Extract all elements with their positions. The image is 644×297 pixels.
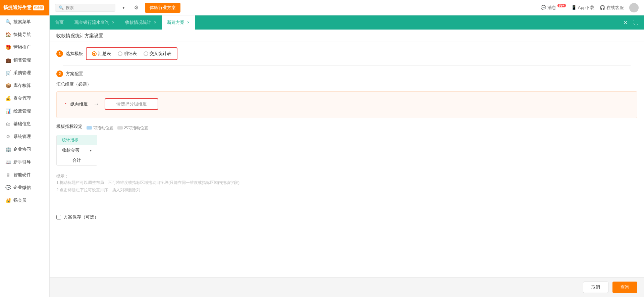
tabs-bar: 首页 现金银行流水查询 × 收款情况统计 × 新建方案 × ✕ ⛶ bbox=[50, 15, 644, 30]
sidebar-item-enterprise[interactable]: 🏢 企业协同 bbox=[0, 143, 49, 156]
notification-item[interactable]: 💬 消息 99+ bbox=[541, 5, 566, 11]
user-avatar[interactable] bbox=[629, 3, 639, 12]
service-icon: 🎧 bbox=[600, 5, 605, 10]
sidebar-item-label: 畅会员 bbox=[13, 197, 26, 203]
sidebar-item-finance[interactable]: 💰 资金管理 bbox=[0, 92, 49, 105]
chat-icon: 💬 bbox=[5, 185, 11, 190]
tab-collection-stats-close[interactable]: × bbox=[154, 20, 156, 25]
tab-bank-flow-label: 现金银行流水查询 bbox=[74, 19, 109, 26]
tab-new-plan-close[interactable]: × bbox=[187, 20, 190, 25]
settings-icon[interactable]: ⚙ bbox=[131, 3, 141, 12]
tab-collection-stats[interactable]: 收款情况统计 × bbox=[120, 15, 162, 30]
tab-collection-stats-label: 收款情况统计 bbox=[125, 19, 151, 26]
sidebar-item-sales[interactable]: 💼 销售管理 bbox=[0, 54, 49, 66]
cancel-button[interactable]: 取消 bbox=[583, 282, 608, 293]
sidebar-item-vip[interactable]: 👑 畅会员 bbox=[0, 194, 49, 207]
sidebar-item-search-menu[interactable]: 🔍 搜索菜单 bbox=[0, 15, 49, 28]
radio-detail[interactable]: 明细表 bbox=[118, 51, 137, 57]
gift-icon: 🎁 bbox=[5, 45, 11, 50]
monitor-icon: 🖥 bbox=[5, 172, 11, 178]
sidebar-item-hardware[interactable]: 🖥 智能硬件 bbox=[0, 168, 49, 181]
download-item[interactable]: 📱 App下载 bbox=[571, 5, 594, 11]
metrics-header: 统计指标 bbox=[57, 135, 97, 145]
page-header: 收款情况统计方案设置 bbox=[50, 30, 644, 42]
message-icon: 💬 bbox=[541, 5, 546, 10]
step2-header: 2 方案配置 bbox=[56, 70, 637, 77]
radio-cross-circle bbox=[144, 51, 148, 56]
sidebar-item-wechat[interactable]: 💬 企业微信 bbox=[0, 181, 49, 194]
dimension-select-btn[interactable]: 请选择分组维度 bbox=[105, 98, 158, 110]
sidebar-item-inventory[interactable]: 📦 库存核算 bbox=[0, 79, 49, 92]
search-input[interactable] bbox=[66, 5, 106, 10]
step1-num: 1 bbox=[56, 50, 63, 57]
sidebar-item-label: 新手引导 bbox=[13, 159, 31, 165]
download-label: App下载 bbox=[578, 5, 594, 11]
sidebar-item-label: 营销推广 bbox=[13, 44, 31, 50]
tab-new-plan-label: 新建方案 bbox=[167, 19, 184, 26]
search-box[interactable]: 🔍 bbox=[55, 4, 115, 12]
sidebar-item-label: 采购管理 bbox=[13, 70, 31, 76]
draggable-indicator bbox=[87, 126, 92, 130]
fullscreen-btn[interactable]: ⛶ bbox=[632, 18, 640, 27]
sidebar-item-operations[interactable]: 📊 经营管理 bbox=[0, 105, 49, 117]
tab-home-label: 首页 bbox=[55, 19, 64, 26]
gear-icon: ⚙ bbox=[5, 134, 11, 139]
cart-icon: 🛒 bbox=[5, 70, 11, 76]
tab-bank-flow[interactable]: 现金银行流水查询 × bbox=[69, 15, 120, 30]
dimension-subsection: 汇总维度（必选） * 纵向维度 → 请选择分组维度 bbox=[56, 81, 637, 118]
logo-badge: 标准版 bbox=[33, 5, 44, 10]
logo-text: 畅捷通好生意 bbox=[3, 5, 32, 11]
sidebar-item-label: 经营管理 bbox=[13, 108, 31, 114]
query-button[interactable]: 查询 bbox=[612, 282, 637, 293]
step1-section: 1 选择模板 汇总表 明细表 bbox=[56, 47, 637, 60]
sidebar-item-quick-nav[interactable]: 🏠 快捷导航 bbox=[0, 28, 49, 41]
sidebar-item-label: 搜索菜单 bbox=[13, 19, 31, 25]
tab-new-plan[interactable]: 新建方案 × bbox=[162, 15, 195, 30]
service-item[interactable]: 🎧 在线客服 bbox=[600, 5, 624, 11]
sidebar-item-system[interactable]: ⚙ 系统管理 bbox=[0, 130, 49, 143]
metrics-table: 统计指标 收款金额 ▾ 合计 bbox=[56, 135, 97, 166]
content-area: 收款情况统计方案设置 1 选择模板 汇 bbox=[50, 30, 644, 297]
radio-summary[interactable]: 汇总表 bbox=[92, 51, 111, 57]
sidebar-item-label: 智能硬件 bbox=[13, 172, 31, 178]
sidebar-item-label: 企业微信 bbox=[13, 185, 31, 191]
notification-badge: 99+ bbox=[557, 4, 566, 7]
sidebar-item-label: 系统管理 bbox=[13, 134, 31, 140]
metrics-cell-total: 合计 bbox=[57, 155, 97, 165]
sidebar-item-marketing[interactable]: 🎁 营销推广 bbox=[0, 41, 49, 54]
tips-area: 提示： 1.拖动标题栏可以调整布局，不可跨维度或指标区域拖动目字段(只能在同一维… bbox=[56, 174, 637, 199]
sidebar-item-basic-info[interactable]: 🗂 基础信息 bbox=[0, 117, 49, 130]
industry-btn[interactable]: 体验行业方案 bbox=[145, 3, 180, 13]
radio-cross[interactable]: 交叉统计表 bbox=[144, 51, 171, 57]
notification-label: 消息 bbox=[547, 5, 556, 11]
sidebar-item-guide[interactable]: 📖 新手引导 bbox=[0, 156, 49, 168]
tab-bank-flow-close[interactable]: × bbox=[112, 20, 114, 25]
box-icon: 📦 bbox=[5, 83, 11, 88]
tab-home[interactable]: 首页 bbox=[50, 15, 69, 30]
save-checkbox[interactable] bbox=[56, 215, 61, 219]
step2-section: 2 方案配置 汇总维度（必选） * 纵向维度 → 请选择分组维度 bbox=[56, 70, 637, 199]
topbar: 🔍 ▾ ⚙ 体验行业方案 💬 消息 99+ 📱 App下载 🎧 在线客服 bbox=[50, 0, 644, 15]
close-tab-btn[interactable]: ✕ bbox=[621, 18, 629, 27]
tabs-right-actions: ✕ ⛶ bbox=[621, 18, 644, 27]
radio-detail-label: 明细表 bbox=[124, 51, 137, 57]
radio-cross-label: 交叉统计表 bbox=[150, 51, 171, 57]
main-content: 🔍 ▾ ⚙ 体验行业方案 💬 消息 99+ 📱 App下载 🎧 在线客服 bbox=[50, 0, 644, 297]
sidebar-item-label: 基础信息 bbox=[13, 121, 31, 127]
sidebar-item-purchase[interactable]: 🛒 采购管理 bbox=[0, 66, 49, 79]
save-label: 方案保存（可选） bbox=[64, 214, 99, 220]
chart-icon: 📊 bbox=[5, 108, 11, 114]
briefcase-icon: 💼 bbox=[5, 57, 11, 63]
save-section: 方案保存（可选） bbox=[50, 210, 644, 224]
service-label: 在线客服 bbox=[606, 5, 624, 11]
metrics-cell-amount[interactable]: 收款金额 ▾ bbox=[57, 145, 97, 155]
sidebar-item-label: 企业协同 bbox=[13, 146, 31, 152]
crown-icon: 👑 bbox=[5, 198, 11, 203]
dimension-area: * 纵向维度 → 请选择分组维度 bbox=[56, 91, 637, 118]
metrics-cell-amount-row: 收款金额 ▾ bbox=[62, 147, 92, 153]
topbar-dropdown-btn[interactable]: ▾ bbox=[119, 4, 127, 12]
section-content: 1 选择模板 汇总表 明细表 bbox=[50, 42, 644, 210]
chevron-down-icon[interactable]: ▾ bbox=[90, 149, 92, 152]
radio-summary-circle bbox=[92, 51, 97, 56]
dimension-row: * 纵向维度 → 请选择分组维度 bbox=[65, 98, 629, 110]
